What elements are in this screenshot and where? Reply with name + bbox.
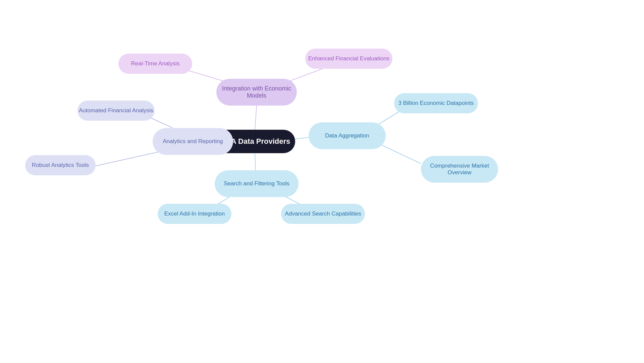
search-node[interactable]: Search and Filtering Tools <box>215 170 299 197</box>
integration-node[interactable]: Integration with Economic Models <box>216 79 297 106</box>
automated-label: Automated Financial Analysis <box>79 107 153 114</box>
advanced-node[interactable]: Advanced Search Capabilities <box>281 204 365 224</box>
integration-label: Integration with Economic Models <box>216 85 297 99</box>
billion-node[interactable]: 3 Billion Economic Datapoints <box>394 93 478 113</box>
automated-node[interactable]: Automated Financial Analysis <box>77 101 155 121</box>
analytics-label: Analytics and Reporting <box>163 138 223 145</box>
analytics-node[interactable]: Analytics and Reporting <box>153 128 233 155</box>
search-label: Search and Filtering Tools <box>224 180 289 187</box>
svg-line-0 <box>255 106 257 130</box>
excel-label: Excel Add-In Integration <box>164 210 225 217</box>
robust-label: Robust Analytics Tools <box>32 162 89 169</box>
enhanced-label: Enhanced Financial Evaluations <box>308 55 389 62</box>
advanced-label: Advanced Search Capabilities <box>285 210 361 217</box>
data-aggregation-node[interactable]: Data Aggregation <box>309 122 386 149</box>
enhanced-node[interactable]: Enhanced Financial Evaluations <box>305 49 392 69</box>
realtime-label: Real-Time Analysis <box>131 60 180 67</box>
data-aggregation-label: Data Aggregation <box>325 132 369 139</box>
excel-node[interactable]: Excel Add-In Integration <box>158 204 231 224</box>
realtime-node[interactable]: Real-Time Analysis <box>118 54 192 74</box>
svg-line-9 <box>255 154 256 170</box>
billion-label: 3 Billion Economic Datapoints <box>398 100 474 107</box>
comprehensive-label: Comprehensive Market Overview <box>421 163 498 176</box>
robust-node[interactable]: Robust Analytics Tools <box>25 155 96 175</box>
svg-line-6 <box>294 137 309 139</box>
comprehensive-node[interactable]: Comprehensive Market Overview <box>421 156 498 183</box>
